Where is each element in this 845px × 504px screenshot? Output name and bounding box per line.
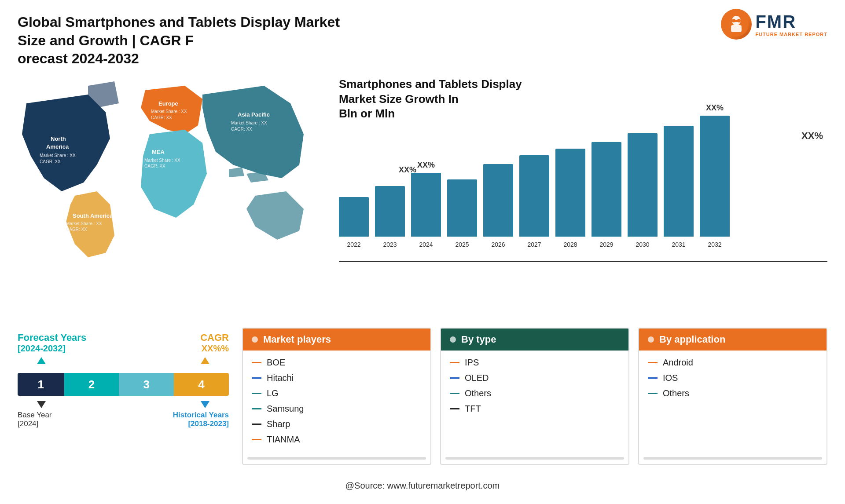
logo-fmr-text: FMR (755, 12, 827, 32)
hist-years-value: [2018-2023] (173, 420, 229, 428)
by-type-header: By type (441, 329, 628, 351)
bar-year-label: 2030 (636, 241, 649, 248)
cagr-label: CAGR (200, 332, 229, 343)
forecast-arrow-up (37, 357, 46, 364)
timeline-track: 1 2 3 4 (18, 373, 229, 396)
list-item-label: LG (267, 388, 279, 398)
cagr-value: XX%% (200, 343, 229, 354)
chart-section: Smartphones and Tablets Display Market S… (330, 77, 827, 314)
svg-text:America: America (46, 143, 69, 150)
timeline-seg-4: 4 (174, 373, 229, 396)
forecast-label-text: Forecast Years (18, 332, 86, 343)
bar-year-label: 2024 (419, 241, 433, 248)
list-item-label: TFT (465, 404, 481, 414)
bar-rect (483, 164, 513, 237)
list-item-label: Android (663, 358, 693, 368)
list-item: Others (450, 388, 620, 398)
bar-year-label: 2025 (455, 241, 469, 248)
base-year-label: Base Year (18, 411, 52, 420)
bar-year-label: 2022 (347, 241, 360, 248)
bar-chart: 20222023XX%20242025202620272028202920302… (339, 130, 827, 262)
list-item: Android (648, 358, 818, 368)
bar-rect (555, 149, 585, 237)
timeline-seg-2: 2 (64, 373, 119, 396)
list-item-label: Samsung (267, 404, 304, 414)
by-type-bar (445, 457, 624, 460)
bar-column: XX%2032 (700, 103, 730, 248)
bar-column: 2029 (592, 130, 621, 248)
bar-rect (592, 142, 621, 237)
bar-column: 2031 (664, 113, 694, 248)
market-players-bar (247, 457, 426, 460)
bar-column: 2022 (339, 185, 369, 248)
svg-text:North: North (51, 135, 66, 142)
dash-icon (252, 393, 261, 394)
dash-icon (648, 362, 658, 363)
bar-column: 2027 (519, 143, 549, 248)
bar-rect (375, 186, 405, 237)
bar-rect (700, 116, 730, 237)
page-title: Global Smartphones and Tablets Display M… (18, 13, 352, 68)
bar-year-label: 2028 (563, 241, 577, 248)
cagr-label-block: CAGR XX%% (200, 332, 229, 354)
dash-icon (450, 377, 459, 379)
svg-text:Market Share : XX: Market Share : XX (40, 153, 76, 158)
source-footer: @Source: www.futuremarketreport.com (18, 481, 827, 491)
chart-title-l1: Smartphones and Tablets Display (339, 77, 522, 91)
bar-rect (664, 126, 694, 237)
cagr-arrow-up (201, 357, 209, 364)
forecast-years-label: Forecast Years [2024-2032] (18, 332, 86, 354)
list-item: TFT (450, 404, 620, 414)
bar-column: 2026 (483, 152, 513, 248)
svg-text:MEA: MEA (152, 149, 165, 155)
svg-text:CAGR: XX: CAGR: XX (144, 164, 165, 168)
timeline-seg-3: 3 (119, 373, 174, 396)
bar-rect (411, 173, 441, 237)
svg-text:CAGR: XX: CAGR: XX (66, 227, 87, 232)
timeline-seg-1: 1 (18, 373, 64, 396)
bar-rect (628, 133, 658, 237)
bar-year-label: 2031 (672, 241, 685, 248)
list-item: Sharp (252, 419, 422, 429)
market-players-title: Market players (263, 334, 331, 345)
list-item-label: Sharp (267, 419, 290, 429)
list-item: BOE (252, 358, 422, 368)
dash-icon (648, 393, 658, 394)
svg-text:CAGR: XX: CAGR: XX (40, 159, 61, 164)
by-application-bar (643, 457, 822, 460)
bar-column: 2030 (628, 121, 658, 248)
list-item: Others (648, 388, 818, 398)
chart-title: Smartphones and Tablets Display Market S… (339, 77, 827, 121)
dash-icon (648, 377, 658, 379)
list-item-label: Hitachi (267, 373, 294, 383)
chart-title-l3: Bln or Mln (339, 107, 395, 120)
list-item-label: OLED (465, 373, 489, 383)
market-players-dot (252, 336, 258, 343)
dash-icon (252, 362, 261, 363)
title-line1: Global Smartphones and Tablets Display M… (18, 14, 340, 48)
by-application-content: AndroidIOSOthers (639, 351, 827, 457)
svg-text:Market Share : XX: Market Share : XX (151, 109, 187, 114)
bar-column: 2028 (555, 136, 585, 248)
list-item: IPS (450, 358, 620, 368)
hist-years-label: Historical Years (173, 411, 229, 420)
by-application-box: By application AndroidIOSOthers (638, 328, 827, 465)
bar-label-top: XX% (706, 103, 724, 114)
by-type-box: By type IPSOLEDOthersTFT (440, 328, 629, 465)
logo-area: FMR FUTURE MARKET REPORT (721, 9, 827, 40)
dash-icon (450, 362, 459, 363)
logo-text: FMR FUTURE MARKET REPORT (755, 12, 827, 37)
list-item-label: Others (663, 388, 689, 398)
dash-icon (450, 408, 459, 409)
list-item: OLED (450, 373, 620, 383)
dash-icon (252, 408, 261, 409)
bar-year-label: 2026 (491, 241, 505, 248)
source-text: @Source: www.futuremarketreport.com (345, 481, 500, 490)
bar-rect (447, 179, 477, 237)
dash-icon (252, 377, 261, 379)
list-item-label: IOS (663, 373, 678, 383)
svg-text:Europe: Europe (158, 100, 178, 107)
svg-rect-5 (733, 20, 740, 22)
list-item-label: BOE (267, 358, 285, 368)
market-players-header: Market players (243, 329, 430, 351)
